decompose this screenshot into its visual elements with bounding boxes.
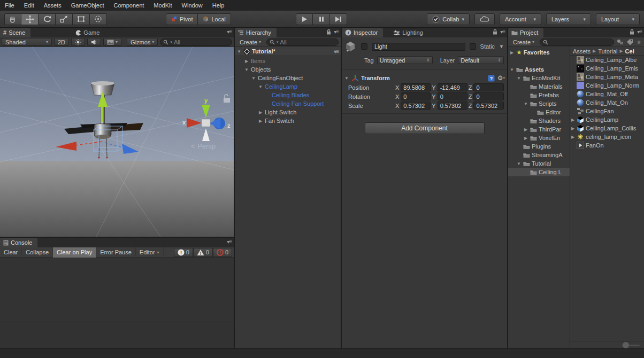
hierarchy-item-ceiling-blades[interactable]: Ceiling Blades <box>235 91 341 99</box>
menu-window[interactable]: Window <box>177 1 208 10</box>
hierarchy-item-light-switch[interactable]: ▶Light Switch <box>235 108 341 116</box>
add-component-button[interactable]: Add Component <box>365 122 485 134</box>
scene-viewport[interactable]: y x z < Persp <box>0 47 234 237</box>
project-create-button[interactable]: Create▾ <box>510 38 537 46</box>
transform-tool-button[interactable] <box>90 13 107 25</box>
asset-celing-lamp-icon[interactable]: ▶celing_lamp_icon <box>570 133 644 141</box>
scene-lighting-toggle[interactable] <box>71 38 85 46</box>
foldout-arrow[interactable]: ▼ <box>516 161 522 166</box>
name-field[interactable]: Light <box>372 43 465 51</box>
active-checkbox[interactable] <box>361 43 367 50</box>
foldout-arrow[interactable]: ▼ <box>509 67 515 72</box>
project-folder-shaders[interactable]: Shaders <box>508 116 570 125</box>
transform-foldout[interactable]: ▼ <box>344 76 349 81</box>
saved-search-star-icon[interactable]: ★ <box>636 38 642 46</box>
lock-icon[interactable] <box>630 29 634 35</box>
project-folder-streaminga[interactable]: StreamingA <box>508 151 570 159</box>
position-z-field[interactable]: 0 <box>473 83 504 91</box>
menu-edit[interactable]: Edit <box>19 1 39 10</box>
breadcrumb-segment[interactable]: Tutorial <box>598 48 617 55</box>
step-button[interactable] <box>330 13 347 25</box>
menu-modkit[interactable]: ModKit <box>149 1 177 10</box>
asset-ceilinglamp[interactable]: ▶CeilingLamp <box>570 115 644 124</box>
console-clear-button[interactable]: Clear <box>0 247 22 258</box>
project-folder-editor[interactable]: Editor <box>508 108 570 116</box>
hierarchy-item-fan-switch[interactable]: ▶Fan Switch <box>235 116 341 125</box>
asset-ceiling-lamp-emis[interactable]: Ceiling_Lamp_Emis <box>570 64 644 73</box>
hierarchy-item-ceilingfanobject[interactable]: ▼CeilingFanObject <box>235 74 341 82</box>
persp-label[interactable]: Persp <box>197 142 216 150</box>
project-folder-ecomodkit[interactable]: ▼EcoModKit <box>508 74 570 82</box>
project-folder-plugins[interactable]: Plugins <box>508 142 570 151</box>
local-toggle[interactable]: Local <box>198 13 231 25</box>
tab-inspector[interactable]: i Inspector <box>342 28 383 37</box>
2d-toggle[interactable]: 2D <box>54 38 69 46</box>
search-by-type-icon[interactable] <box>617 39 624 45</box>
console-editor-button[interactable]: Editor▾ <box>136 247 164 258</box>
project-menu-icon[interactable]: ▾≡ <box>637 29 642 35</box>
asset-ceiling-mat-off[interactable]: Ceiling_Mat_Off <box>570 90 644 98</box>
tab-game[interactable]: Game <box>72 28 105 37</box>
lock-icon[interactable] <box>326 29 331 35</box>
project-folder-scripts[interactable]: ▼Scripts <box>508 99 570 108</box>
breadcrumb[interactable]: Assets▶Tutorial▶Cei <box>570 47 644 56</box>
console-error-pause-button[interactable]: Error Pause <box>96 247 136 258</box>
console-menu-icon[interactable]: ▾≡ <box>227 239 232 245</box>
foldout-arrow[interactable]: ▶ <box>523 136 528 141</box>
move-tool-button[interactable] <box>21 13 39 25</box>
hierarchy-item-objects[interactable]: ▼Objects <box>235 65 341 74</box>
rotation-y-field[interactable]: 0 <box>438 92 467 100</box>
lock-icon[interactable] <box>493 29 497 35</box>
foldout-arrow[interactable]: ▼ <box>251 76 256 81</box>
console-clear-on-play-button[interactable]: Clear on Play <box>53 247 96 258</box>
foldout-arrow[interactable]: ▶ <box>258 110 263 115</box>
scene-audio-toggle[interactable] <box>87 38 101 46</box>
position-x-field[interactable]: 89.5808 <box>401 83 431 91</box>
project-folder-voxelen[interactable]: ▶VoxelEn <box>508 134 570 142</box>
slider-knob[interactable] <box>623 342 629 348</box>
cloud-button[interactable] <box>474 13 495 25</box>
foldout-arrow[interactable]: ▼ <box>258 84 263 89</box>
asset-ceilinglamp-collis[interactable]: ▶CeilingLamp_Collis <box>570 124 644 133</box>
scene-asset-row[interactable]: ▼ Tutorial* ▾≡ <box>235 47 341 56</box>
asset-ceiling-lamp-norm[interactable]: Ceiling_Lamp_Norm <box>570 81 644 90</box>
foldout-arrow[interactable]: ▶ <box>571 126 575 131</box>
scale-y-field[interactable]: 0.57302 <box>438 102 467 110</box>
foldout-arrow[interactable]: ▼ <box>523 102 528 106</box>
foldout-arrow[interactable]: ▼ <box>516 76 522 81</box>
foldout-arrow[interactable]: ▶ <box>571 118 575 122</box>
gear-icon[interactable]: ⚙▾ <box>497 74 505 82</box>
account-dropdown[interactable]: Account▾ <box>500 13 541 25</box>
menu-file[interactable]: File <box>0 1 19 10</box>
scene-row-menu-icon[interactable]: ▾≡ <box>334 49 339 55</box>
foldout-arrow[interactable]: ▶ <box>258 119 263 123</box>
position-y-field[interactable]: -12.469 <box>438 83 467 91</box>
scene-effects-dropdown[interactable]: ▾ <box>103 38 121 46</box>
help-icon[interactable]: ? <box>488 75 495 82</box>
error-count-toggle[interactable]: ! 0 <box>213 248 232 257</box>
warning-count-toggle[interactable]: ! 0 <box>193 248 213 257</box>
tag-dropdown[interactable]: Untagged⇕ <box>377 56 433 64</box>
hierarchy-item-items[interactable]: ▶Items <box>235 57 341 65</box>
tab-scene[interactable]: # Scene <box>0 28 30 37</box>
info-count-toggle[interactable]: ! 0 <box>174 248 193 257</box>
console-log-list[interactable] <box>0 258 234 322</box>
scale-tool-button[interactable] <box>56 13 73 25</box>
project-folder-prefabs[interactable]: Prefabs <box>508 91 570 99</box>
rotation-x-field[interactable]: 0 <box>401 92 431 100</box>
project-folder-ceiling-l[interactable]: Ceiling L <box>508 168 570 176</box>
hierarchy-item-ceiling-fan-support[interactable]: Ceiling Fan Support <box>235 99 341 108</box>
foldout-arrow[interactable]: ▶ <box>523 127 528 132</box>
tab-lighting[interactable]: Lighting <box>390 28 428 37</box>
scene-search-input[interactable]: ▾ All <box>160 38 232 46</box>
layer-dropdown[interactable]: Default⇕ <box>458 56 504 64</box>
hierarchy-create-button[interactable]: Create▾ <box>237 38 264 46</box>
hand-tool-button[interactable] <box>4 13 21 25</box>
project-folder-tutorial[interactable]: ▼Tutorial <box>508 159 570 168</box>
pause-button[interactable] <box>313 13 330 25</box>
thumbnail-size-slider[interactable] <box>570 341 644 348</box>
asset-ceiling-lamp-meta[interactable]: Ceiling_Lamp_Meta <box>570 73 644 81</box>
menu-component[interactable]: Component <box>109 1 149 10</box>
rect-tool-button[interactable] <box>73 13 90 25</box>
tab-project[interactable]: Project <box>508 28 543 37</box>
